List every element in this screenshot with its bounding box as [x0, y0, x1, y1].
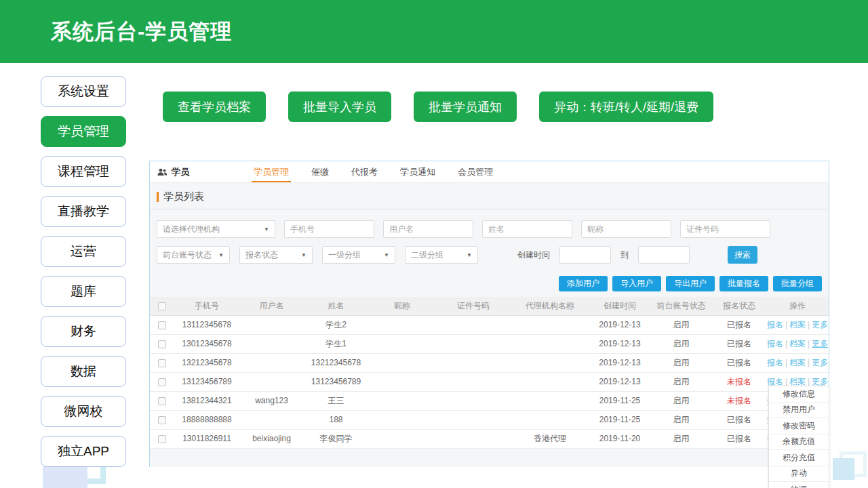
- decor-square-fill-bottom-right: [833, 458, 854, 480]
- agency-select-value: 请选择代理机构: [163, 224, 220, 235]
- row-checkbox[interactable]: [158, 340, 166, 348]
- column-header-5: 代理机构名称: [511, 297, 589, 315]
- bulk-button-3[interactable]: 批量报名: [719, 276, 768, 291]
- column-header-4: 证件号码: [436, 297, 511, 315]
- signup-status: 已报名: [712, 315, 766, 334]
- column-header-2: 姓名: [304, 297, 368, 315]
- column-header-7: 前台账号状态: [650, 297, 712, 315]
- tab-4[interactable]: 会员管理: [456, 161, 495, 182]
- sidebar-item-8[interactable]: 微网校: [41, 396, 126, 427]
- filter-select-2[interactable]: 一级分组▼: [322, 246, 395, 264]
- menu-item-0[interactable]: 修改信息: [769, 386, 829, 403]
- created-to-input[interactable]: [638, 246, 690, 264]
- quick-action-button-3[interactable]: 异动：转班/转人/延期/退费: [539, 92, 713, 122]
- filter-select-3[interactable]: 二级分组▼: [405, 246, 478, 264]
- op-link-1[interactable]: 档案: [789, 358, 806, 367]
- row-operations: 报名|档案|更多: [766, 315, 829, 334]
- op-link-1[interactable]: 档案: [789, 377, 806, 386]
- menu-item-5[interactable]: 异动: [769, 466, 829, 483]
- row-checkbox[interactable]: [158, 416, 166, 424]
- filter-select-0[interactable]: 前台账号状态▼: [157, 246, 230, 264]
- op-link-0[interactable]: 报名: [767, 358, 783, 367]
- page-banner: 系统后台-学员管理: [0, 0, 868, 63]
- sidebar-item-5[interactable]: 题库: [41, 276, 126, 307]
- to-label: 到: [620, 249, 629, 261]
- bulk-button-1[interactable]: 导入用户: [612, 276, 661, 291]
- op-link-2[interactable]: 更多: [812, 320, 828, 329]
- signup-status: 已报名: [712, 334, 766, 353]
- signup-status: 已报名: [712, 429, 766, 448]
- filter-input-4[interactable]: [680, 220, 770, 238]
- filter-input-3[interactable]: [581, 220, 671, 238]
- sidebar-item-3[interactable]: 直播教学: [41, 196, 126, 227]
- signup-status: 已报名: [712, 353, 766, 372]
- menu-item-4[interactable]: 积分充值: [769, 450, 829, 466]
- created-from-input[interactable]: [559, 246, 611, 264]
- panel-header: 学员 学员管理催缴代报考学员通知会员管理: [150, 161, 829, 183]
- op-link-0[interactable]: 报名: [767, 339, 783, 348]
- sidebar-item-7[interactable]: 数据: [41, 356, 126, 387]
- op-link-0[interactable]: 报名: [767, 320, 783, 329]
- op-link-2[interactable]: 更多: [812, 358, 828, 367]
- signup-status: 未报名: [712, 391, 766, 410]
- op-link-0[interactable]: 报名: [767, 377, 783, 386]
- menu-item-3[interactable]: 余额充值: [769, 434, 829, 451]
- tab-0[interactable]: 学员管理: [252, 161, 291, 182]
- agency-select[interactable]: 请选择代理机构 ▼: [157, 220, 275, 238]
- filter-select-1[interactable]: 报名状态▼: [239, 246, 313, 264]
- column-header-1: 用户名: [239, 297, 304, 315]
- table-body: 13112345678学生22019-12-13启用已报名报名|档案|更多130…: [150, 315, 829, 448]
- bulk-button-0[interactable]: 添加用户: [559, 276, 608, 291]
- section-head: 学员列表: [150, 183, 829, 209]
- tab-3[interactable]: 学员通知: [398, 161, 437, 182]
- menu-item-1[interactable]: 禁用用户: [769, 403, 829, 419]
- op-link-2[interactable]: 更多: [812, 339, 828, 348]
- quick-action-button-0[interactable]: 查看学员档案: [163, 92, 266, 122]
- row-checkbox[interactable]: [158, 359, 166, 367]
- bulk-button-2[interactable]: 导出用户: [666, 276, 715, 291]
- column-header-0: 手机号: [174, 297, 239, 315]
- op-link-2[interactable]: 更多: [812, 377, 828, 386]
- quick-action-button-2[interactable]: 批量学员通知: [414, 92, 517, 122]
- student-panel: 学员 学员管理催缴代报考学员通知会员管理 学员列表 请选择代理机构 ▼ 前台账号…: [149, 161, 829, 467]
- filter-row-2: 前台账号状态▼报名状态▼一级分组▼二级分组▼创建时间到搜索: [150, 238, 829, 264]
- signup-status: 未报名: [712, 372, 766, 391]
- op-link-1[interactable]: 档案: [789, 320, 806, 329]
- quick-action-button-1[interactable]: 批量导入学员: [288, 92, 391, 122]
- students-table: 手机号用户名姓名昵称证件号码代理机构名称创建时间前台账号状态报名状态操作 131…: [150, 297, 829, 449]
- sidebar: 系统设置学员管理课程管理直播教学运营题库财务数据微网校独立APP: [41, 76, 126, 467]
- row-checkbox[interactable]: [158, 435, 166, 443]
- created-time-label: 创建时间: [517, 249, 550, 261]
- op-link-1[interactable]: 档案: [789, 339, 806, 348]
- search-button[interactable]: 搜索: [728, 246, 757, 264]
- more-actions-menu: 修改信息禁用用户修改密码余额充值积分充值异动约课: [768, 386, 829, 488]
- tab-2[interactable]: 代报考: [349, 161, 380, 182]
- tab-1[interactable]: 催缴: [309, 161, 331, 182]
- bulk-actions-row: 添加用户导入用户导出用户批量报名批量分组: [150, 264, 829, 297]
- panel-body: 学员列表 请选择代理机构 ▼ 前台账号状态▼报名状态▼一级分组▼二级分组▼创建时…: [150, 183, 829, 467]
- sidebar-item-9[interactable]: 独立APP: [41, 436, 126, 467]
- row-operations: 报名|档案|更多: [766, 334, 829, 353]
- sidebar-item-4[interactable]: 运营: [41, 236, 126, 267]
- menu-item-2[interactable]: 修改密码: [769, 418, 829, 434]
- filter-input-2[interactable]: [482, 220, 572, 238]
- row-checkbox[interactable]: [158, 378, 166, 386]
- sidebar-item-6[interactable]: 财务: [41, 316, 126, 347]
- section-title: 学员列表: [163, 190, 204, 203]
- table-row: 13112345678学生22019-12-13启用已报名报名|档案|更多: [150, 315, 829, 334]
- bulk-button-4[interactable]: 批量分组: [773, 276, 822, 291]
- filter-input-0[interactable]: [284, 220, 374, 238]
- row-checkbox[interactable]: [158, 397, 166, 405]
- column-header-6: 创建时间: [589, 297, 650, 315]
- select-all-checkbox[interactable]: [158, 302, 166, 310]
- sidebar-item-1[interactable]: 学员管理: [41, 116, 126, 147]
- row-checkbox[interactable]: [158, 321, 166, 329]
- column-header-8: 报名状态: [712, 297, 766, 315]
- sidebar-item-0[interactable]: 系统设置: [41, 76, 126, 107]
- menu-item-6[interactable]: 约课: [769, 482, 829, 488]
- row-operations: 报名|档案|更多: [766, 353, 829, 372]
- sidebar-item-2[interactable]: 课程管理: [41, 156, 126, 187]
- column-header-3: 昵称: [368, 297, 436, 315]
- filter-input-1[interactable]: [383, 220, 473, 238]
- module-title-label: 学员: [172, 166, 189, 178]
